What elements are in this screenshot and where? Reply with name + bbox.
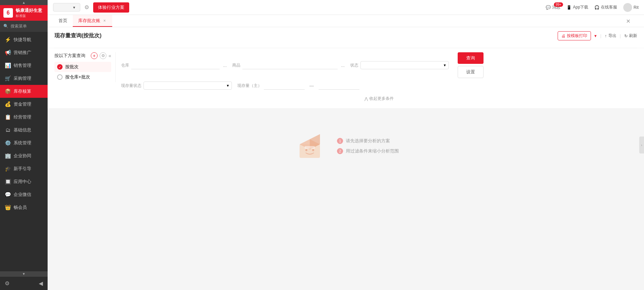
tip1-text: 请先选择要分析的方案: [346, 138, 390, 144]
topbar-dropdown[interactable]: ▾: [53, 3, 80, 12]
sidebar-item-app-center[interactable]: 🔲 应用中心: [0, 175, 48, 188]
right-collapse-handle[interactable]: ›: [639, 137, 644, 153]
query-button[interactable]: 查询: [458, 52, 484, 64]
inventory-qty-min[interactable]: [264, 82, 305, 90]
inventory-icon: 📦: [5, 88, 11, 94]
scheme-panel-title: 按以下方案查询: [54, 53, 85, 59]
collapse-more-label: 收起更多条件: [369, 96, 394, 102]
footer-settings-icon[interactable]: ⚙: [5, 280, 10, 287]
inventory-status-select[interactable]: ▾: [143, 81, 232, 90]
product-input[interactable]: [242, 61, 338, 69]
tip2-num: 2: [337, 148, 343, 154]
user-profile-item[interactable]: Rit: [623, 3, 639, 12]
sidebar-item-inventory[interactable]: 📦 库存核算: [0, 85, 48, 98]
filter-fields: 仓库 ... 商品 ... 状态 ▾: [116, 52, 637, 104]
online-service-label: 在线客服: [601, 4, 617, 10]
sidebar-label-purchase: 采购管理: [14, 75, 31, 81]
sidebar-item-enterprise-wechat[interactable]: 💬 企业微信: [0, 188, 48, 201]
sidebar-scroll-down[interactable]: ▼: [0, 271, 48, 276]
warehouse-input[interactable]: [131, 61, 220, 69]
filter-inventory-status-group: 现存量状态 ▾: [121, 81, 232, 90]
enterprise-icon: 🏢: [5, 153, 11, 159]
sidebar-item-quick-nav[interactable]: ⚡ 快捷导航: [0, 33, 48, 46]
tabbar-close-icon[interactable]: ✕: [626, 18, 630, 24]
sidebar-search[interactable]: 🔍 搜索菜单: [0, 21, 48, 32]
sidebar-item-sales[interactable]: 📊 销售管理: [0, 59, 48, 72]
scheme-item-warehouse-batch-label: 按仓库+批次: [65, 74, 90, 80]
warehouse-dots[interactable]: ...: [223, 63, 227, 68]
sidebar-item-purchase[interactable]: 🛒 采购管理: [0, 72, 48, 85]
filter-product-group: 商品 ...: [232, 61, 345, 69]
sidebar-label-quick-nav: 快捷导航: [14, 37, 31, 43]
sidebar-footer: ⚙ ◀: [0, 276, 48, 290]
filter-inventory-qty-group: 现存量（主） —: [237, 82, 359, 90]
tip1-num: 1: [337, 138, 343, 144]
scheme-inactive-dot: [57, 74, 63, 80]
settings-button[interactable]: 设置: [458, 66, 484, 78]
messages-item[interactable]: 💬 消息 99+: [546, 4, 560, 10]
headset-icon: 🎧: [594, 5, 599, 10]
app-download-icon: 📱: [566, 5, 572, 10]
basic-icon: 🗂: [5, 127, 11, 133]
sidebar-item-operations[interactable]: 📋 经营管理: [0, 111, 48, 124]
export-btn-label: 导出: [608, 33, 616, 39]
scheme-item-batch-label: 按批次: [65, 64, 79, 70]
footer-collapse-icon[interactable]: ◀: [39, 280, 43, 287]
username: Rit: [633, 5, 639, 10]
app-download-item[interactable]: 📱 App下载: [566, 4, 588, 10]
query-panel: 现存量查询(按批次) 🖨 按模板打印 ▾ | ↑ 导出 | ↻ 刷: [48, 27, 644, 48]
topbar-gear-icon[interactable]: ⚙: [84, 4, 89, 11]
divider: |: [600, 33, 601, 38]
search-icon: 🔍: [3, 24, 9, 29]
marketing-icon: 📢: [5, 50, 11, 56]
collapse-more-btn[interactable]: ⋀ 收起更多条件: [121, 93, 637, 104]
status-label: 状态: [350, 62, 358, 68]
export-btn[interactable]: ↑ 导出: [605, 33, 616, 39]
sidebar-item-basic[interactable]: 🗂 基础信息: [0, 124, 48, 137]
warehouse-label: 仓库: [121, 62, 129, 68]
print-dropdown-icon[interactable]: ▾: [594, 33, 597, 38]
sidebar-item-marketing[interactable]: 📢 营销推广: [0, 46, 48, 59]
scheme-settings-btn[interactable]: ⚙: [100, 52, 106, 59]
sidebar-nav: ⚡ 快捷导航 📢 营销推广 📊 销售管理 🛒 采购管理 📦 库存核算 💰 资金管…: [0, 32, 48, 271]
sidebar-label-operations: 经营管理: [14, 114, 31, 120]
scheme-panel: 按以下方案查询 + ⚙ « ✓ 按批次 按仓库+批次: [54, 52, 116, 82]
empty-state: 1 请先选择要分析的方案 2 用过滤条件来缩小分析范围: [48, 109, 644, 183]
sidebar-item-newbie[interactable]: 🎓 新手引导: [0, 162, 48, 175]
scheme-item-batch[interactable]: ✓ 按批次: [54, 62, 111, 72]
refresh-btn[interactable]: ↻ 刷新: [624, 33, 637, 39]
online-service-item[interactable]: 🎧 在线客服: [594, 4, 617, 10]
operations-icon: 📋: [5, 114, 11, 120]
sidebar-scroll-up[interactable]: ▲: [0, 0, 48, 5]
tab-inventory-batch-label: 库存批次账: [78, 18, 100, 24]
tab-home[interactable]: 首页: [53, 15, 73, 27]
export-icon: ↑: [605, 34, 607, 38]
trial-btn[interactable]: 体验行业方案: [93, 2, 129, 13]
company-name: 畅康通好生意: [16, 8, 42, 14]
empty-tip-2: 2 用过滤条件来缩小分析范围: [337, 148, 399, 154]
tab-inventory-batch-close[interactable]: ×: [102, 18, 107, 23]
sidebar-item-finance[interactable]: 💰 资金管理: [0, 98, 48, 111]
status-select[interactable]: ▾: [360, 61, 449, 69]
print-btn[interactable]: 🖨 按模板打印: [558, 31, 591, 40]
tab-inventory-batch[interactable]: 库存批次账 ×: [73, 15, 112, 27]
svg-rect-3: [305, 146, 315, 149]
sidebar-item-system[interactable]: ⚙️ 系统管理: [0, 137, 48, 149]
sidebar-label-member: 畅会员: [14, 204, 27, 211]
scheme-add-btn[interactable]: +: [91, 52, 98, 59]
filter-row-2: 现存量状态 ▾ 现存量（主） —: [121, 81, 637, 90]
tabbar: 首页 库存批次账 × ✕: [48, 15, 644, 27]
quick-nav-icon: ⚡: [5, 37, 11, 43]
inventory-qty-max[interactable]: [319, 82, 359, 90]
sidebar-item-member[interactable]: 👑 畅会员: [0, 201, 48, 214]
sidebar-item-enterprise[interactable]: 🏢 企业协同: [0, 149, 48, 162]
topbar-left: ▾ ⚙ 体验行业方案: [53, 2, 129, 13]
collapse-up-icon: ⋀: [365, 96, 368, 101]
sidebar: ▲ 6 畅康通好生意 标准版 🔍 搜索菜单 ⚡ 快捷导航 📢 营销推广 📊 销售…: [0, 0, 48, 290]
product-dots[interactable]: ...: [341, 63, 345, 68]
app-download-label: App下载: [573, 4, 588, 10]
sales-icon: 📊: [5, 62, 11, 69]
sidebar-label-enterprise: 企业协同: [14, 153, 31, 159]
scheme-item-warehouse-batch[interactable]: 按仓库+批次: [54, 72, 111, 82]
scheme-collapse-icon[interactable]: «: [108, 53, 111, 58]
